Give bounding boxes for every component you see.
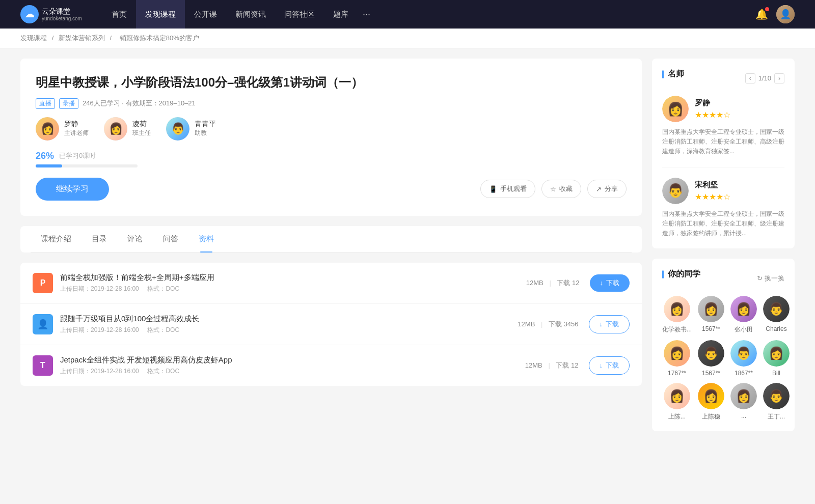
tab-resource[interactable]: 资料 xyxy=(188,226,224,252)
download-icon-1: ↓ xyxy=(600,320,603,328)
action-buttons: 📱 手机观看 ☆ 收藏 ↗ 分享 xyxy=(480,180,627,198)
sidebar-teacher-name-1: 宋利坚 xyxy=(695,180,730,190)
notification-dot xyxy=(765,7,769,11)
resource-info-0: 前端全栈加强版！前端全栈+全周期+多端应用 上传日期：2019-12-28 16… xyxy=(60,273,526,293)
classmate-item-9: 👩 上陈稳 xyxy=(698,383,724,421)
resource-icon-1: 👤 xyxy=(33,314,53,334)
nav-news[interactable]: 新闻资讯 xyxy=(226,0,275,29)
classmates-card-title: 你的同学 xyxy=(662,269,700,279)
classmate-avatar-11: 👨 xyxy=(763,383,790,409)
nav-discover[interactable]: 发现课程 xyxy=(136,0,185,29)
classmate-item-4: 👩 1767** xyxy=(662,340,692,377)
classmate-name-7: Bill xyxy=(772,370,780,377)
sidebar-teacher-desc-1: 国内某重点大学安全工程专业硕士，国家一级注册消防工程师、注册安全工程师、级注册建… xyxy=(662,209,784,239)
tab-review[interactable]: 评论 xyxy=(117,226,153,252)
classmate-name-0: 化学教书... xyxy=(662,325,692,334)
progress-bar-fill xyxy=(36,164,62,167)
teachers-card-title: 名师 xyxy=(662,69,684,79)
classmate-avatar-1: 👩 xyxy=(698,296,724,322)
classmate-avatar-3: 👨 xyxy=(763,296,790,322)
sidebar-teacher-1: 👨 宋利坚 ★★★★☆ 国内某重点大学安全工程专业硕士，国家一级注册消防工程师、… xyxy=(662,178,784,239)
phone-icon: 📱 xyxy=(489,185,497,193)
classmate-avatar-6: 👨 xyxy=(730,340,757,367)
pagination-next[interactable]: › xyxy=(774,73,784,83)
resource-item-1: 👤 跟随千万级项目从0到100全过程高效成长 上传日期：2019-12-28 1… xyxy=(20,304,642,345)
sidebar-teacher-desc-0: 国内某重点大学安全工程专业硕士，国家一级注册消防工程师、注册安全工程师、高级注册… xyxy=(662,127,784,157)
sidebar-teacher-name-0: 罗静 xyxy=(695,98,730,108)
tab-catalog[interactable]: 目录 xyxy=(82,226,117,252)
classmate-item-8: 👩 上陈... xyxy=(662,383,692,421)
classmate-avatar-5: 👨 xyxy=(698,340,724,367)
collect-button[interactable]: ☆ 收藏 xyxy=(541,180,581,198)
progress-percent: 26% xyxy=(36,151,54,161)
notification-bell[interactable]: 🔔 xyxy=(755,8,768,20)
tab-qa[interactable]: 问答 xyxy=(153,226,188,252)
progress-section: 26% 已学习0课时 xyxy=(36,151,627,167)
resource-title-1: 跟随千万级项目从0到100全过程高效成长 xyxy=(60,314,518,324)
sidebar: 名师 ‹ 1/10 › 👩 罗静 ★★★★☆ xyxy=(652,59,795,441)
teacher-role-1: 班主任 xyxy=(132,129,151,137)
classmate-item-11: 👨 王丁... xyxy=(763,383,790,421)
teacher-item-2: 👨 青青平 助教 xyxy=(166,117,216,141)
sidebar-pagination: ‹ 1/10 › xyxy=(745,73,784,83)
tabs-card: 课程介绍 目录 评论 问答 资料 xyxy=(20,226,642,253)
nav-home[interactable]: 首页 xyxy=(102,0,136,29)
refresh-label: 换一换 xyxy=(765,274,784,283)
resource-stats-1: 12MB | 下载 3456 xyxy=(518,320,578,329)
classmate-name-2: 张小田 xyxy=(735,325,753,334)
download-button-2[interactable]: ↓ 下载 xyxy=(589,356,630,375)
refresh-classmates-button[interactable]: ↻ 换一换 xyxy=(757,274,784,283)
sidebar-teacher-header-1: 👨 宋利坚 ★★★★☆ xyxy=(662,178,784,204)
resource-subtitle-2: 上传日期：2019-12-28 16:00 格式：DOC xyxy=(60,367,525,376)
teachers-card: 名师 ‹ 1/10 › 👩 罗静 ★★★★☆ xyxy=(652,59,795,248)
download-label-2: 下载 xyxy=(606,361,619,370)
sidebar-teacher-name-group-1: 宋利坚 ★★★★☆ xyxy=(695,180,730,202)
user-avatar[interactable]: 👤 xyxy=(776,5,795,23)
breadcrumb-current: 销冠修炼术搞定80%的客户 xyxy=(120,34,199,42)
classmate-name-5: 1567** xyxy=(702,370,720,377)
continue-button[interactable]: 继续学习 xyxy=(36,178,109,201)
classmate-item-10: 👩 ... xyxy=(730,383,757,421)
teacher-role-0: 主讲老师 xyxy=(64,129,89,137)
course-tags: 直播 录播 246人已学习 · 有效期至：2019–10–21 xyxy=(36,98,627,109)
progress-label: 26% 已学习0课时 xyxy=(36,151,627,161)
nav-qa[interactable]: 问答社区 xyxy=(275,0,324,29)
logo[interactable]: ☁ 云朵课堂 yundoketang.com xyxy=(20,5,82,23)
classmate-name-1: 1567** xyxy=(702,325,720,332)
collect-label: 收藏 xyxy=(559,184,573,193)
logo-icon: ☁ xyxy=(20,5,39,23)
nav-more[interactable]: ··· xyxy=(358,0,375,29)
tab-intro[interactable]: 课程介绍 xyxy=(31,226,82,252)
course-header-card: 明星中教授课，小学阶段语法100分–强化级第1讲动词（一） 直播 录播 246人… xyxy=(20,59,642,216)
classmate-avatar-0: 👩 xyxy=(664,296,690,322)
sidebar-teacher-stars-1: ★★★★☆ xyxy=(695,192,730,202)
phone-watch-button[interactable]: 📱 手机观看 xyxy=(480,180,535,198)
pagination-prev[interactable]: ‹ xyxy=(745,73,755,83)
download-label-1: 下载 xyxy=(606,320,619,329)
classmate-name-11: 王丁... xyxy=(768,412,785,421)
resource-subtitle-1: 上传日期：2019-12-28 16:00 格式：DOC xyxy=(60,326,518,334)
breadcrumb-series[interactable]: 新媒体营销系列 xyxy=(59,34,105,42)
navigation: ☁ 云朵课堂 yundoketang.com 首页 发现课程 公开课 新闻资讯 … xyxy=(0,0,815,29)
breadcrumb-discover[interactable]: 发现课程 xyxy=(20,34,47,42)
download-button-1[interactable]: ↓ 下载 xyxy=(589,315,630,333)
nav-open[interactable]: 公开课 xyxy=(185,0,226,29)
sidebar-teacher-avatar-0: 👩 xyxy=(662,96,689,122)
resource-info-2: Jetpack全组件实战 开发短视频应用高仿皮皮虾App 上传日期：2019-1… xyxy=(60,355,525,376)
nav-quiz[interactable]: 题库 xyxy=(324,0,358,29)
resource-stats-2: 12MB | 下载 12 xyxy=(525,361,579,370)
resource-stats-0: 12MB | 下载 12 xyxy=(526,278,580,288)
classmate-name-8: 上陈... xyxy=(668,412,686,421)
share-label: 分享 xyxy=(605,184,618,193)
download-button-0[interactable]: ↓ 下载 xyxy=(590,274,630,292)
teacher-name-1: 凌荷 xyxy=(132,120,151,129)
share-button[interactable]: ↗ 分享 xyxy=(587,180,627,198)
classmate-avatar-4: 👩 xyxy=(664,340,690,367)
classmates-grid: 👩 化学教书... 👩 1567** 👩 张小田 xyxy=(662,296,784,421)
teacher-info-2: 青青平 助教 xyxy=(195,120,216,137)
course-title: 明星中教授课，小学阶段语法100分–强化级第1讲动词（一） xyxy=(36,74,627,91)
tag-record: 录播 xyxy=(59,98,78,109)
classmate-item-5: 👨 1567** xyxy=(698,340,724,377)
classmate-item-7: 👩 Bill xyxy=(763,340,790,377)
tag-live: 直播 xyxy=(36,98,55,109)
